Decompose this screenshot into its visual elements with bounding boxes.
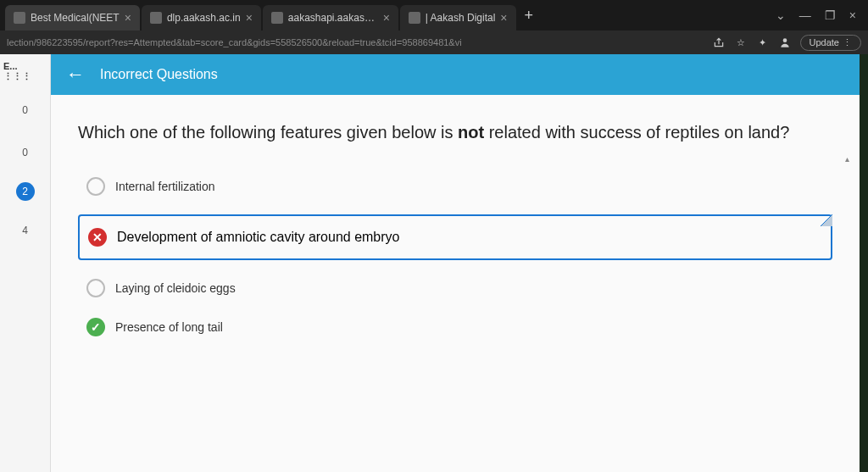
scrollbar[interactable] [843,173,849,464]
close-icon[interactable]: × [246,11,253,25]
option-label: Presence of long tail [115,320,223,334]
content-area: E... ⋮⋮⋮ 0 0 2 4 ← Incorrect Questions ▴… [0,54,860,472]
rail-number[interactable]: 4 [22,201,28,252]
profile-icon[interactable] [778,36,792,49]
question-text: Which one of the following features give… [78,120,832,145]
close-icon[interactable]: × [500,11,507,25]
favicon-icon [150,12,162,24]
left-rail: E... ⋮⋮⋮ 0 0 2 4 [0,54,51,472]
maximize-icon[interactable]: ❐ [825,8,836,22]
wrong-icon: ✕ [88,228,107,247]
favicon-icon [271,12,283,24]
url-action-icons: ☆ ✦ Update ⋮ [712,35,861,51]
radio-empty-icon [86,279,105,297]
new-tab-button[interactable]: + [518,7,541,25]
corner-fold-icon [821,214,832,226]
kebab-icon: ⋮ [843,37,852,48]
main-panel: ← Incorrect Questions ▴ Which one of the… [51,54,860,472]
options-list: Internal fertilization ✕ Development of … [51,162,860,352]
share-icon[interactable] [712,36,726,49]
favicon-icon [409,12,420,24]
rail-number[interactable]: 0 [22,131,28,174]
close-icon[interactable]: × [383,11,390,25]
option-label: Laying of cleidoic eggs [115,281,236,295]
page-header: ← Incorrect Questions [51,54,860,95]
option-label: Development of amniotic cavity around em… [117,230,400,245]
star-icon[interactable]: ☆ [734,36,748,49]
option-c[interactable]: Laying of cleidoic eggs [78,269,832,308]
rail-label: E... ⋮⋮⋮ [0,54,50,89]
window-controls: ⌄ — ❐ × [776,8,863,22]
url-text[interactable]: lection/986223595/report?res=Attempted&t… [7,37,702,47]
back-arrow-icon[interactable]: ← [66,64,85,86]
tab-title: aakashapi.aakash... [288,12,378,24]
browser-tab-2[interactable]: aakashapi.aakash... × [263,5,398,31]
tab-title: | Aakash Digital [426,12,496,24]
minimize-icon[interactable]: — [799,8,811,22]
option-b-selected-wrong[interactable]: ✕ Development of amniotic cavity around … [78,214,832,260]
page-title: Incorrect Questions [100,67,218,82]
rail-question-badge[interactable]: 2 [16,182,35,201]
radio-empty-icon [86,177,105,196]
option-a[interactable]: Internal fertilization [78,167,832,206]
browser-tab-0[interactable]: Best Medical(NEET × [5,5,140,31]
url-bar: lection/986223595/report?res=Attempted&t… [0,31,868,54]
correct-icon: ✓ [86,318,105,336]
scroll-up-icon[interactable]: ▴ [845,154,849,164]
question-container: Which one of the following features give… [51,95,860,162]
browser-tab-3[interactable]: | Aakash Digital × [400,5,516,31]
update-label: Update [810,37,839,47]
browser-tab-strip: Best Medical(NEET × dlp.aakash.ac.in × a… [0,0,868,31]
browser-tab-1[interactable]: dlp.aakash.ac.in × [142,5,261,31]
close-icon[interactable]: × [125,11,131,25]
close-window-icon[interactable]: × [849,8,856,22]
tab-title: Best Medical(NEET [31,12,120,24]
rail-number[interactable]: 0 [22,89,28,131]
update-button[interactable]: Update ⋮ [800,35,861,51]
puzzle-icon[interactable]: ✦ [756,36,770,49]
chevron-down-icon[interactable]: ⌄ [776,8,786,22]
tab-title: dlp.aakash.ac.in [167,12,241,24]
option-label: Internal fertilization [115,180,215,193]
favicon-icon [14,12,25,24]
svg-point-0 [782,38,787,42]
screen-edge [860,54,868,472]
option-d-correct[interactable]: ✓ Presence of long tail [78,308,832,347]
